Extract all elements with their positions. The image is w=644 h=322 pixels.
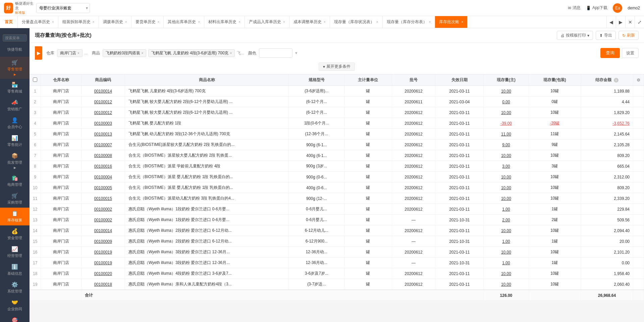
row-qty-main[interactable]: 10.00: [484, 172, 529, 182]
tab-10[interactable]: 现存量（库存分布表） ×: [383, 16, 435, 28]
sidebar-item-management[interactable]: 📈 经营管理: [0, 243, 30, 261]
row-code[interactable]: 00100007: [81, 140, 125, 150]
nav-close-all-btn[interactable]: ✕: [625, 16, 635, 28]
tab-home[interactable]: 首页: [0, 16, 18, 28]
row-code[interactable]: 00100013: [81, 129, 125, 140]
select-all-checkbox[interactable]: [33, 77, 37, 82]
sidebar-item-retail[interactable]: 🛒 零售管理 ▶: [0, 57, 30, 79]
sidebar-item-base[interactable]: ℹ️ 基础信息: [0, 261, 30, 279]
row-qty-main[interactable]: 3.00: [484, 161, 529, 172]
tab-2-close[interactable]: ×: [93, 20, 95, 24]
product-tag-1-close[interactable]: ×: [230, 51, 232, 55]
nav-right-btn[interactable]: ▶: [616, 16, 625, 28]
tab-4-close[interactable]: ×: [158, 20, 160, 24]
filter-more-product[interactable]: 飞...: [237, 50, 244, 56]
tab-4[interactable]: 要货单历史 ×: [131, 16, 164, 28]
row-qty-main[interactable]: 2.00: [484, 215, 529, 225]
row-qty-main[interactable]: 10.00: [484, 247, 529, 258]
warehouse-tag-0[interactable]: 南岸门店 ×: [57, 49, 83, 57]
template-print-btn[interactable]: 🖨 按模板打印 ▾: [557, 31, 593, 40]
tab-11[interactable]: 库存批次账 ×: [435, 16, 468, 28]
row-qty-main[interactable]: 1.00: [484, 236, 529, 247]
row-code[interactable]: 00100002: [81, 215, 125, 225]
sidebar-item-wholesale[interactable]: 📦 批发管理 ▶: [0, 150, 30, 172]
row-qty-main[interactable]: 10.00: [484, 150, 529, 161]
row-qty-main[interactable]: 10.00: [484, 182, 529, 193]
row-code[interactable]: 00100014: [81, 86, 125, 97]
row-qty-main[interactable]: 10.00: [484, 279, 529, 290]
row-qty-main[interactable]: 10.00: [484, 193, 529, 204]
row-code[interactable]: 00100019: [81, 247, 125, 258]
expand-more-btn[interactable]: ▾ 展开更多条件: [319, 62, 355, 71]
tab-9-close[interactable]: ×: [376, 20, 378, 24]
tab-8[interactable]: 成本调整单历史 ×: [289, 16, 330, 28]
row-code[interactable]: 00100003: [81, 118, 125, 129]
industry-select[interactable]: 母婴行业演示账套: [36, 3, 90, 13]
row-code[interactable]: 00100008: [81, 150, 125, 161]
row-code[interactable]: 00100012: [81, 97, 125, 107]
tab-7[interactable]: 产成品入库单历史 ×: [245, 16, 289, 28]
tab-5[interactable]: 其他出库单历史 ×: [164, 16, 204, 28]
tab-9[interactable]: 现存量（库存状况表） ×: [330, 16, 383, 28]
message-btn[interactable]: ✉ 消息: [568, 5, 581, 11]
nav-maximize-btn[interactable]: ⤢: [635, 16, 644, 28]
amount-info-icon[interactable]: i: [614, 78, 619, 83]
refresh-btn[interactable]: ↻ 刷新: [619, 31, 639, 40]
sidebar-item-finance[interactable]: 💰 资金管理: [0, 225, 30, 243]
sidebar-item-guide[interactable]: 🎯 新手引导: [0, 314, 30, 322]
row-code[interactable]: 00100016: [81, 161, 125, 172]
row-qty-main[interactable]: 11.00: [484, 129, 529, 140]
app-download-btn[interactable]: 📱 App下载: [586, 5, 607, 11]
row-qty-main[interactable]: -39.00: [484, 118, 529, 129]
export-btn[interactable]: ⬆ 导出: [596, 31, 616, 40]
sidebar-item-member[interactable]: 👤 会员中心: [0, 114, 30, 132]
tab-11-close[interactable]: ×: [461, 20, 463, 24]
row-qty-main[interactable]: 1.00: [484, 258, 529, 268]
row-code[interactable]: 00100020: [81, 268, 125, 279]
tab-1-close[interactable]: ×: [52, 20, 54, 24]
tab-6-close[interactable]: ×: [238, 20, 240, 24]
row-qty-main[interactable]: 10.00: [484, 225, 529, 236]
row-qty-main[interactable]: 10.00: [484, 268, 529, 279]
row-code[interactable]: 00100018: [81, 279, 125, 290]
tab-7-close[interactable]: ×: [283, 20, 285, 24]
row-code[interactable]: 00100012: [81, 107, 125, 118]
row-qty-main[interactable]: 10.00: [484, 107, 529, 118]
query-btn[interactable]: 查询: [600, 48, 620, 58]
row-code[interactable]: 00100019: [81, 258, 125, 268]
row-code[interactable]: 00100015: [81, 193, 125, 204]
tab-3-close[interactable]: ×: [125, 20, 127, 24]
search-input[interactable]: [3, 34, 27, 42]
product-tag-0-close[interactable]: ×: [142, 51, 144, 55]
sidebar-item-stats[interactable]: 📊 零售统计: [0, 132, 30, 150]
row-code[interactable]: 00100009: [81, 236, 125, 247]
tab-1[interactable]: 分量盘点单历史 ×: [18, 16, 58, 28]
th-checkbox[interactable]: [30, 74, 41, 86]
warehouse-tag-close[interactable]: ×: [77, 51, 79, 55]
tab-10-close[interactable]: ×: [429, 20, 431, 24]
row-qty-main[interactable]: 1.00: [484, 204, 529, 215]
tab-5-close[interactable]: ×: [198, 20, 200, 24]
quick-nav-link[interactable]: 快捷导航: [5, 45, 25, 54]
tab-8-close[interactable]: ×: [324, 20, 326, 24]
filter-more-warehouse[interactable]: ...: [85, 51, 88, 55]
row-code[interactable]: 00100002: [81, 204, 125, 215]
row-code[interactable]: 00100014: [81, 225, 125, 236]
tab-2[interactable]: 组装拆卸单历史 ×: [58, 16, 99, 28]
sidebar-item-shop[interactable]: 🏪 零售商城: [0, 79, 30, 97]
settings-btn[interactable]: 设置: [622, 48, 639, 58]
th-settings[interactable]: ⚙: [633, 74, 644, 86]
tab-3[interactable]: 调拨单历史 ×: [99, 16, 131, 28]
row-code[interactable]: 00100004: [81, 172, 125, 182]
product-tag-0[interactable]: 飞鹤奶粉3段丙搭装 ×: [103, 49, 147, 57]
industry-select-wrapper[interactable]: 母婴行业演示账套: [36, 3, 90, 13]
sidebar-item-purchase[interactable]: 🛒 采购管理: [0, 190, 30, 208]
filter-expand-arrow[interactable]: ▶: [35, 46, 42, 60]
row-code[interactable]: 00100005: [81, 182, 125, 193]
product-tag-1[interactable]: 飞鹤星飞帆 儿童奶粉 4段(3-6岁适用) 700克 ×: [148, 49, 235, 57]
user-name[interactable]: demo2: [628, 6, 640, 10]
sidebar-item-ecom[interactable]: 🛍️ 电商管理: [0, 172, 30, 190]
sidebar-item-system[interactable]: ⚙️ 系统管理: [0, 279, 30, 297]
row-qty-main[interactable]: 9.00: [484, 140, 529, 150]
color-select[interactable]: [259, 48, 292, 58]
